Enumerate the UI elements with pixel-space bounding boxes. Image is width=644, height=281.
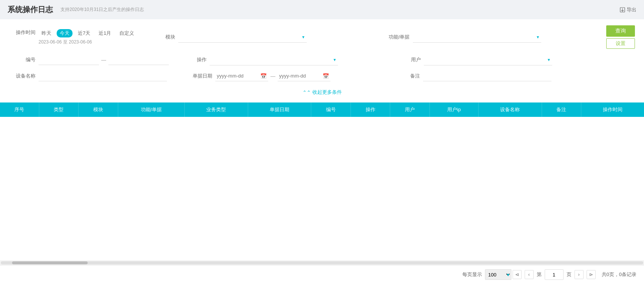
collapse-bar: ⌃⌃ 收起更多条件 <box>9 87 635 99</box>
function-label: 功能/单据 <box>383 34 410 40</box>
module-label: 模块 <box>160 34 175 40</box>
data-table: 序号 类型 模块 功能/单据 业务类型 单据日期 编号 操作 用户 用户ip 设… <box>0 102 644 117</box>
col-user-ip: 用户ip <box>429 102 478 117</box>
operation-dropdown: ▾ <box>210 54 338 65</box>
page-label: 第 <box>537 271 542 278</box>
date-start-wrapper: 📅 <box>215 71 268 81</box>
device-input[interactable] <box>39 71 167 81</box>
col-function: 功能/单据 <box>118 102 184 117</box>
number-range-dash: — <box>101 57 106 63</box>
prev-page-button[interactable]: ‹ <box>525 270 534 279</box>
col-seq: 序号 <box>0 102 39 117</box>
number-label: 编号 <box>9 56 36 63</box>
settings-button[interactable]: 设置 <box>606 38 635 49</box>
table-area: 序号 类型 模块 功能/单据 业务类型 单据日期 编号 操作 用户 用户ip 设… <box>0 102 644 261</box>
col-remark: 备注 <box>542 102 581 117</box>
pagination-bar: 每页显示 100 50 200 ▾ ⊲ ‹ 第 页 › ⊳ 共0页，0条记录 <box>0 265 644 281</box>
export-icon <box>620 7 625 12</box>
number-start-input[interactable] <box>39 54 99 65</box>
page-input[interactable] <box>545 269 564 280</box>
remark-input[interactable] <box>423 71 551 81</box>
per-page-select[interactable]: 100 50 200 <box>485 269 511 280</box>
col-biz-type: 业务类型 <box>185 102 248 117</box>
col-type: 类型 <box>39 102 78 117</box>
col-device: 设备名称 <box>478 102 542 117</box>
scrollbar-area[interactable] <box>0 261 644 265</box>
operation-label: 操作 <box>192 56 207 63</box>
action-buttons: 查询 设置 <box>606 25 635 49</box>
user-dropdown: ▾ <box>424 54 552 65</box>
collapse-label: 收起更多条件 <box>312 89 342 96</box>
empty-area <box>0 117 644 261</box>
col-doc-date: 单据日期 <box>248 102 311 117</box>
time-btn-today[interactable]: 今天 <box>57 29 73 37</box>
number-end-input[interactable] <box>108 54 169 65</box>
col-number: 编号 <box>311 102 351 117</box>
time-btn-7days[interactable]: 近7天 <box>75 29 93 37</box>
page-subtitle: 支持2020年10月31日之后产生的操作日志 <box>60 6 144 13</box>
next-page-button[interactable]: › <box>575 270 584 279</box>
collapse-chevron-icon: ⌃⌃ <box>303 90 311 95</box>
col-operation: 操作 <box>351 102 390 117</box>
operation-select[interactable] <box>210 54 338 65</box>
user-select[interactable] <box>424 54 552 65</box>
module-dropdown: ▾ <box>178 31 307 43</box>
function-dropdown: ▾ <box>413 31 541 43</box>
module-select[interactable] <box>178 31 307 43</box>
col-user: 用户 <box>390 102 429 117</box>
calendar-end-icon[interactable]: 📅 <box>323 73 329 79</box>
date-range: 📅 — 📅 <box>215 71 330 81</box>
export-label: 导出 <box>627 6 636 13</box>
calendar-start-icon[interactable]: 📅 <box>260 73 267 79</box>
doc-date-label: 单据日期 <box>190 73 212 79</box>
total-info: 共0页，0条记录 <box>602 271 636 278</box>
date-range-dash: — <box>270 73 275 79</box>
per-page-label: 每页显示 <box>462 271 482 278</box>
scrollbar-thumb[interactable] <box>12 261 88 264</box>
table-header: 序号 类型 模块 功能/单据 业务类型 单据日期 编号 操作 用户 用户ip 设… <box>0 102 644 117</box>
date-end-wrapper: 📅 <box>278 71 330 81</box>
filter-row-2: 编号 — 操作 ▾ 用户 <box>9 54 635 65</box>
time-btn-yesterday[interactable]: 昨天 <box>39 29 54 37</box>
page-title: 系统操作日志 <box>8 5 53 15</box>
time-btn-custom[interactable]: 自定义 <box>116 29 137 37</box>
time-btn-1month[interactable]: 近1月 <box>96 29 114 37</box>
last-page-button[interactable]: ⊳ <box>587 270 596 279</box>
export-button[interactable]: 导出 <box>620 6 636 13</box>
number-range: — <box>39 54 169 65</box>
remark-label: 备注 <box>394 73 420 79</box>
filter-area: 操作时间 昨天 今天 近7天 近1月 自定义 2023-06-06 至 2023… <box>0 19 644 102</box>
collapse-button[interactable]: ⌃⌃ 收起更多条件 <box>303 89 342 96</box>
function-select[interactable] <box>413 31 541 43</box>
filter-row-1: 操作时间 昨天 今天 近7天 近1月 自定义 2023-06-06 至 2023… <box>9 25 635 49</box>
page-unit: 页 <box>567 271 571 278</box>
header-left: 系统操作日志 支持2020年10月31日之后产生的操作日志 <box>8 5 144 15</box>
filter-row-3: 设备名称 单据日期 📅 — 📅 <box>9 71 635 81</box>
time-range-text: 2023-06-06 至 2023-06-06 <box>39 39 137 45</box>
time-buttons: 昨天 今天 近7天 近1月 自定义 <box>39 29 137 37</box>
col-module: 模块 <box>79 102 118 117</box>
time-label: 操作时间 <box>9 29 36 36</box>
device-label: 设备名称 <box>9 73 36 79</box>
time-filter-group: 昨天 今天 近7天 近1月 自定义 2023-06-06 至 2023-06-0… <box>39 29 137 45</box>
user-label: 用户 <box>394 56 421 63</box>
col-op-time: 操作时间 <box>581 102 644 117</box>
query-button[interactable]: 查询 <box>606 25 635 37</box>
page-header: 系统操作日志 支持2020年10月31日之后产生的操作日志 导出 <box>0 0 644 19</box>
first-page-button[interactable]: ⊲ <box>513 270 522 279</box>
scrollbar-track[interactable] <box>1 261 643 264</box>
